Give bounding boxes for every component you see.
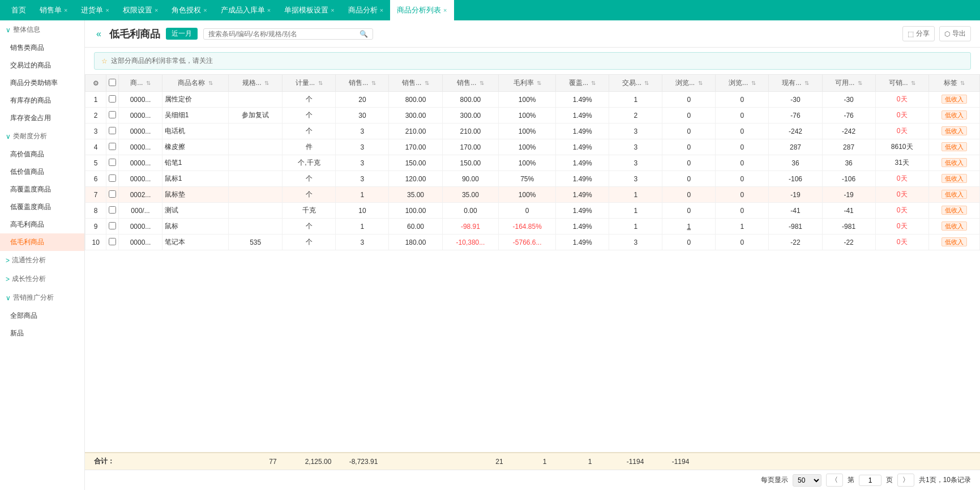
collapse-sidebar-button[interactable]: « — [94, 29, 104, 39]
row-sales-amount: 100.00 — [389, 203, 442, 219]
time-filter-button[interactable]: 近一月 — [166, 28, 198, 40]
col-coverage[interactable]: 覆盖... ⇅ — [556, 75, 609, 92]
row-select-checkbox[interactable] — [109, 143, 116, 150]
nav-item-product-entry[interactable]: 产成品入库单 × — [214, 0, 277, 20]
col-spec[interactable]: 规格... ⇅ — [229, 75, 283, 92]
sidebar-item-traded-products[interactable]: 交易过的商品 — [0, 57, 84, 74]
col-available-stock[interactable]: 可用... ⇅ — [822, 75, 875, 92]
footer-sales-count: 77 — [250, 458, 296, 466]
row-select-checkbox[interactable] — [109, 190, 116, 198]
row-current-stock: -19 — [769, 187, 822, 203]
row-available-stock: -242 — [822, 123, 875, 139]
sidebar-item-sales-products[interactable]: 销售类商品 — [0, 39, 84, 57]
row-select-checkbox[interactable] — [109, 127, 116, 134]
nav-item-permissions[interactable]: 权限设置 × — [116, 0, 165, 20]
row-unit: 个 — [283, 171, 336, 187]
row-browse2: 0 — [716, 155, 769, 171]
row-select-checkbox[interactable] — [109, 206, 116, 214]
nav-item-template[interactable]: 单据模板设置 × — [277, 0, 341, 20]
close-icon[interactable]: × — [64, 7, 67, 14]
nav-item-purchase[interactable]: 进货单 × — [74, 0, 115, 20]
col-settings[interactable]: ⚙ — [85, 75, 106, 92]
col-sales-amount[interactable]: 销售... ⇅ — [389, 75, 442, 92]
low-income-tag: 低收入 — [942, 174, 967, 183]
sidebar-item-in-stock[interactable]: 有库存的商品 — [0, 92, 84, 109]
row-coverage: 1.49% — [556, 187, 609, 203]
sidebar-item-high-coverage[interactable]: 高覆盖度商品 — [0, 181, 84, 198]
nav-item-roles[interactable]: 角色授权 × — [165, 0, 213, 20]
row-spec — [229, 155, 283, 171]
row-sales-count: 3 — [336, 235, 389, 250]
footer-available-stock: -1194 — [658, 458, 703, 466]
row-available-stock: -106 — [822, 171, 875, 187]
col-unit[interactable]: 计量... ⇅ — [283, 75, 336, 92]
row-sales-profit: 300.00 — [442, 108, 499, 123]
col-code[interactable]: 商... ⇅ — [119, 75, 162, 92]
sidebar-item-high-margin[interactable]: 高毛利商品 — [0, 216, 84, 233]
row-select-checkbox[interactable] — [109, 159, 116, 166]
row-select-checkbox[interactable] — [109, 95, 116, 103]
row-unit: 个 — [283, 92, 336, 108]
row-name: 鼠标1 — [162, 171, 228, 187]
prev-page-button[interactable]: 〈 — [826, 474, 843, 487]
nav-item-product-analysis[interactable]: 商品分析 × — [341, 0, 390, 20]
row-code: 0002... — [119, 187, 162, 203]
col-sales-count[interactable]: 销售... ⇅ — [336, 75, 389, 92]
nav-item-home[interactable]: 首页 — [5, 0, 33, 20]
page-number-input[interactable] — [859, 475, 881, 486]
sidebar-item-high-value[interactable]: 高价值商品 — [0, 146, 84, 163]
sidebar-group-overall[interactable]: ∨ 整体信息 — [0, 20, 84, 39]
row-browse1[interactable]: 1 — [662, 219, 716, 235]
col-checkbox — [106, 75, 119, 92]
row-unit: 千克 — [283, 203, 336, 219]
row-transaction: 1 — [609, 219, 662, 235]
footer-label: 合计： — [94, 457, 114, 466]
next-page-button[interactable]: 〉 — [897, 474, 914, 487]
nav-item-product-analysis-list[interactable]: 商品分析列表 × — [390, 0, 453, 20]
col-sales-profit[interactable]: 销售... ⇅ — [442, 75, 499, 92]
close-icon[interactable]: × — [443, 7, 447, 14]
row-select-checkbox[interactable] — [109, 174, 116, 182]
close-icon[interactable]: × — [105, 7, 109, 14]
col-transaction[interactable]: 交易... ⇅ — [609, 75, 662, 92]
col-current-stock[interactable]: 现有... ⇅ — [769, 75, 822, 92]
export-button[interactable]: ⬡ 导出 — [939, 26, 971, 41]
col-tag[interactable]: 标签 ⇅ — [928, 75, 979, 92]
col-browse1[interactable]: 浏览... ⇅ — [662, 75, 716, 92]
sidebar-group-analysis[interactable]: ∨ 类耐度分析 — [0, 127, 84, 146]
close-icon[interactable]: × — [331, 7, 334, 14]
sidebar-item-low-coverage[interactable]: 低覆盖度商品 — [0, 198, 84, 216]
row-select-checkbox[interactable] — [109, 111, 116, 118]
nav-item-sales[interactable]: 销售单 × — [33, 0, 74, 20]
sidebar-item-low-margin[interactable]: 低毛利商品 — [0, 233, 84, 251]
sidebar-item-new-products[interactable]: 新品 — [0, 325, 84, 342]
footer-sales-profit: -8,723.91 — [341, 458, 386, 466]
sidebar-item-inventory-capital[interactable]: 库存资金占用 — [0, 109, 84, 127]
close-icon[interactable]: × — [267, 7, 271, 14]
sidebar-group-growth[interactable]: > 成长性分析 — [0, 270, 84, 288]
col-name[interactable]: 商品名称 ⇅ — [162, 75, 228, 92]
sidebar-group-circulation[interactable]: > 流通性分析 — [0, 251, 84, 270]
search-icon[interactable]: 🔍 — [360, 30, 368, 38]
row-select-checkbox[interactable] — [109, 238, 116, 245]
row-select-checkbox[interactable] — [109, 222, 116, 229]
row-browse1: 0 — [662, 171, 716, 187]
row-current-stock: -981 — [769, 219, 822, 235]
search-input[interactable] — [208, 30, 360, 38]
share-button[interactable]: ⬚ 分享 — [902, 26, 935, 41]
sidebar-item-all-products[interactable]: 全部商品 — [0, 307, 84, 325]
sidebar-item-category-rate[interactable]: 商品分类助销率 — [0, 74, 84, 92]
col-gross-margin[interactable]: 毛利率 ⇅ — [499, 75, 556, 92]
row-available-stock: -19 — [822, 187, 875, 203]
col-browse2[interactable]: 浏览... ⇅ — [716, 75, 769, 92]
close-icon[interactable]: × — [155, 7, 158, 14]
row-transaction: 1 — [609, 187, 662, 203]
page-size-select[interactable]: 50 20 100 — [793, 474, 821, 487]
sidebar-item-low-value[interactable]: 低价值商品 — [0, 163, 84, 181]
close-icon[interactable]: × — [203, 7, 207, 14]
row-num: 10 — [85, 235, 106, 250]
col-saleable-stock[interactable]: 可销... ⇅ — [875, 75, 928, 92]
sidebar-group-marketing[interactable]: ∨ 营销推广分析 — [0, 288, 84, 307]
close-icon[interactable]: × — [380, 7, 383, 14]
select-all-checkbox[interactable] — [109, 79, 116, 86]
